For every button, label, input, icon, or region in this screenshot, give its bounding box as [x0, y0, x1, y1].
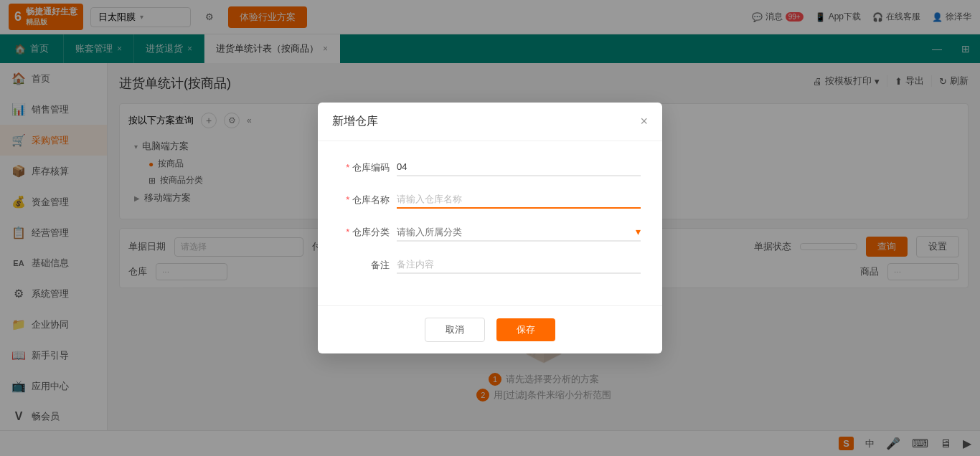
- form-row-note: 备注: [339, 256, 641, 274]
- name-label-text: 仓库名称: [352, 194, 390, 205]
- modal-overlay: 新增仓库 × * 仓库编码 * 仓库名称: [0, 0, 980, 456]
- category-select-row[interactable]: ▾: [397, 223, 641, 242]
- name-required-mark: *: [346, 194, 349, 205]
- note-label-text: 备注: [371, 260, 390, 270]
- form-row-code: * 仓库编码: [339, 158, 641, 176]
- form-row-name: * 仓库名称: [339, 191, 641, 209]
- cancel-button[interactable]: 取消: [425, 318, 485, 342]
- modal-close-button[interactable]: ×: [640, 114, 648, 129]
- category-label-text: 仓库分类: [352, 227, 390, 237]
- code-label: * 仓库编码: [339, 161, 397, 174]
- code-label-text: 仓库编码: [352, 162, 390, 173]
- name-label: * 仓库名称: [339, 194, 397, 206]
- modal-header: 新增仓库 ×: [318, 103, 662, 141]
- modal-footer: 取消 保存: [318, 305, 662, 353]
- category-label: * 仓库分类: [339, 226, 397, 239]
- category-required-mark: *: [346, 227, 349, 237]
- save-button[interactable]: 保存: [496, 318, 555, 341]
- note-label: 备注: [339, 259, 397, 272]
- category-input[interactable]: [397, 227, 636, 237]
- code-input[interactable]: [397, 158, 641, 176]
- code-required-mark: *: [346, 162, 349, 173]
- modal-body: * 仓库编码 * 仓库名称 * 仓库分类: [318, 141, 662, 305]
- modal-title: 新增仓库: [332, 114, 378, 129]
- category-arrow-icon[interactable]: ▾: [636, 226, 641, 237]
- note-input[interactable]: [397, 256, 641, 274]
- name-input[interactable]: [397, 191, 641, 209]
- form-row-category: * 仓库分类 ▾: [339, 223, 641, 242]
- new-warehouse-modal: 新增仓库 × * 仓库编码 * 仓库名称: [318, 103, 662, 353]
